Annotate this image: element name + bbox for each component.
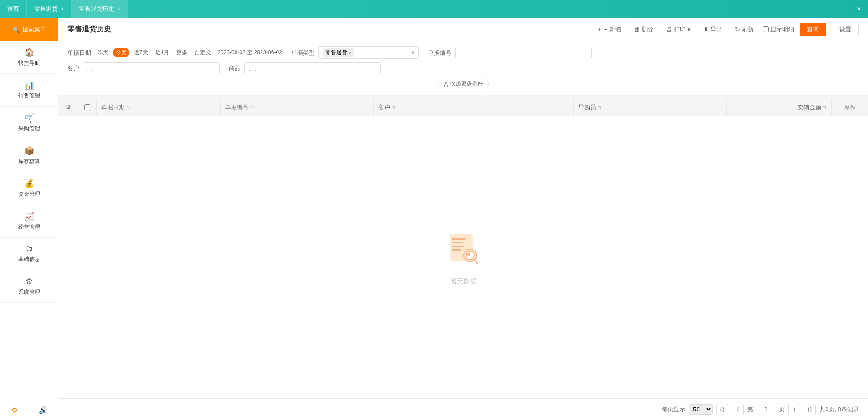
per-page-select[interactable]: 50 10 20 100	[689, 404, 713, 415]
sidebar-item-inventory-label: 库存核算	[18, 158, 40, 165]
tab-retail-return-history-label: 零售退货历史	[79, 5, 114, 13]
settings-icon: ⚙	[66, 104, 71, 111]
tab-home[interactable]: 首页	[0, 0, 27, 18]
total-label: 共0页, 0条记录	[819, 405, 859, 414]
voucher-type-label: 单据类型	[291, 49, 315, 57]
last-page-button[interactable]: ⟩⟩	[804, 404, 816, 415]
customer-sort-icon: ⇅	[392, 105, 395, 110]
collapse-button-label: 收起更多条件	[450, 80, 483, 87]
svg-rect-3	[452, 246, 465, 247]
content-area: 零售退货历史 ＋ + 新增 🗑 删除 🖨 打印 ▾ ⬆ 导出	[58, 18, 868, 420]
date-yesterday[interactable]: 昨天	[95, 48, 111, 57]
th-op-label: 操作	[844, 103, 856, 112]
refresh-button[interactable]: ↻ 刷新	[731, 24, 757, 36]
sidebar-item-basic-label: 基础信息	[18, 256, 40, 263]
delete-button-label: 删除	[642, 26, 653, 34]
tab-retail-return[interactable]: 零售退货 ×	[27, 0, 72, 18]
sidebar-item-finance[interactable]: 💰 资金管理	[0, 172, 58, 205]
table-header: ⚙ 单据日期 ⇅ 单据编号 ⇅ 客户 ⇅ 导购员	[58, 99, 868, 116]
sidebar-footer: ⚙ 🔊	[0, 400, 58, 420]
top-bar: 首页 零售退货 × 零售退货历史 × ×	[0, 0, 868, 18]
print-button[interactable]: 🖨 打印 ▾	[663, 24, 694, 36]
display-checkbox[interactable]	[763, 26, 769, 32]
page-input[interactable]: 1	[757, 405, 775, 414]
date-custom[interactable]: 自定义	[192, 48, 214, 57]
date-today[interactable]: 今天	[113, 48, 129, 57]
print-icon: 🖨	[666, 26, 672, 33]
new-button[interactable]: ＋ + 新增	[593, 24, 625, 36]
sidebar-item-basic[interactable]: 🗂 基础信息	[0, 238, 58, 270]
th-customer-label: 客户	[378, 103, 390, 112]
voucher-type-filter: 单据类型 零售退货 × ▾	[291, 46, 419, 59]
window-close-button[interactable]: ×	[850, 0, 868, 18]
svg-rect-1	[452, 238, 466, 240]
export-button[interactable]: ⬆ 导出	[700, 24, 726, 36]
customer-input[interactable]: ...	[83, 62, 220, 74]
sidebar-search-button[interactable]: 🔍 搜索菜单	[0, 18, 58, 41]
tab-retail-return-label: 零售退货	[34, 5, 58, 13]
volume-footer-button[interactable]: 🔊	[36, 403, 51, 418]
th-customer[interactable]: 客户 ⇅	[374, 99, 574, 116]
tab-retail-return-history[interactable]: 零售退货历史 ×	[72, 0, 128, 18]
refresh-button-label: 刷新	[742, 26, 754, 34]
th-settings[interactable]: ⚙	[58, 99, 78, 116]
date-7days[interactable]: 近7天	[131, 48, 151, 57]
empty-illustration	[443, 229, 484, 270]
svg-rect-2	[452, 242, 463, 243]
basic-icon: 🗂	[25, 244, 33, 254]
voucher-type-input[interactable]: 零售退货 × ▾	[318, 46, 419, 59]
header-actions: ＋ + 新增 🗑 删除 🖨 打印 ▾ ⬆ 导出 ↻	[593, 23, 859, 36]
voucher-type-tag-value: 零售退货	[325, 49, 347, 56]
voucher-no-input[interactable]	[455, 47, 592, 58]
svg-point-8	[467, 253, 470, 256]
export-button-label: 导出	[710, 26, 722, 34]
tab-retail-return-close[interactable]: ×	[61, 6, 64, 12]
sidebar-item-purchase[interactable]: 🛒 采购管理	[0, 107, 58, 139]
date-buttons: 昨天 今天 近7天 近1月 更多 自定义	[95, 48, 214, 57]
sidebar-item-sales[interactable]: 📊 销售管理	[0, 74, 58, 107]
finance-icon: 💰	[24, 179, 34, 189]
date-more[interactable]: 更多	[174, 48, 190, 57]
goods-filter: 商品 ...	[229, 62, 381, 74]
refresh-icon: ↻	[735, 26, 740, 33]
th-amount[interactable]: 实销金额 ⇅	[727, 99, 832, 116]
first-page-button[interactable]: ⟨⟨	[716, 404, 728, 415]
sidebar-item-quick-nav[interactable]: 🏠 快捷导航	[0, 41, 58, 74]
settings-footer-button[interactable]: ⚙	[7, 403, 22, 418]
table-body: 暂无数据	[58, 116, 868, 398]
purchase-icon: 🛒	[24, 113, 34, 123]
sidebar-item-sales-label: 销售管理	[18, 92, 40, 100]
main-layout: 🔍 搜索菜单 🏠 快捷导航 📊 销售管理 🛒 采购管理 📦 库存核算 💰	[0, 18, 868, 420]
page-title: 零售退货历史	[67, 25, 111, 34]
setting-button[interactable]: 设置	[832, 23, 859, 36]
prev-page-button[interactable]: ⟨	[732, 404, 744, 415]
sidebar-item-system[interactable]: ⚙ 系统管理	[0, 270, 58, 303]
th-guide-label: 导购员	[578, 103, 596, 112]
voucher-no-label: 单据编号	[428, 49, 452, 57]
th-no[interactable]: 单据编号 ⇅	[221, 99, 373, 116]
delete-button[interactable]: 🗑 删除	[630, 24, 657, 36]
sidebar-item-inventory[interactable]: 📦 库存核算	[0, 139, 58, 172]
date-1month[interactable]: 近1月	[153, 48, 172, 57]
sidebar-item-operation[interactable]: 📈 经营管理	[0, 205, 58, 238]
th-date-label: 单据日期	[101, 103, 125, 112]
voucher-type-tag-close[interactable]: ×	[349, 50, 352, 56]
query-button[interactable]: 查询	[800, 23, 826, 36]
per-page-label: 每页显示	[662, 405, 685, 414]
goods-input[interactable]: ...	[244, 62, 381, 74]
next-page-button[interactable]: ⟩	[788, 404, 800, 415]
collapse-up-icon: ⋀	[444, 81, 448, 87]
amount-sort-icon: ⇅	[823, 105, 827, 110]
th-guide[interactable]: 导购员 ⇅	[574, 99, 726, 116]
th-checkbox[interactable]	[78, 99, 97, 116]
operation-icon: 📈	[24, 211, 34, 221]
th-date[interactable]: 单据日期 ⇅	[97, 99, 221, 116]
no-sort-icon: ⇅	[251, 105, 254, 110]
tab-retail-return-history-close[interactable]: ×	[117, 6, 120, 12]
goods-placeholder: ...	[248, 64, 257, 72]
select-all-checkbox[interactable]	[84, 104, 90, 110]
page-suffix: 页	[779, 405, 785, 414]
svg-line-7	[474, 260, 478, 264]
collapse-row: ⋀ 收起更多条件	[67, 78, 859, 89]
collapse-button[interactable]: ⋀ 收起更多条件	[438, 78, 489, 89]
